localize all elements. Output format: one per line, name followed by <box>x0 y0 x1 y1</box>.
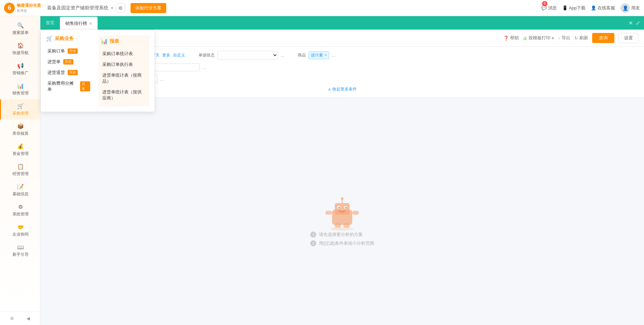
sidebar-item-purchase[interactable]: 🛒 采购管理 <box>0 99 40 120</box>
return-badge: 历史 <box>68 70 78 75</box>
logo-icon: 6 <box>4 3 15 13</box>
query-button[interactable]: 查询 <box>592 33 614 43</box>
return-label: 进货退货 <box>47 70 65 76</box>
svg-point-3 <box>341 197 344 200</box>
sidebar-item-system[interactable]: ⚙ 系统管理 <box>0 200 40 220</box>
sidebar-item-sales[interactable]: 📊 销售管理 <box>0 79 40 99</box>
sidebar-item-finance[interactable]: 💰 资金管理 <box>0 140 40 160</box>
sidebar-label-search: 搜索菜单 <box>12 30 29 36</box>
sidebar-item-inventory[interactable]: 📦 库存核算 <box>0 120 40 140</box>
tab-close-icon[interactable]: ✕ <box>89 22 92 26</box>
purchase-order-badge: 历史 <box>68 48 78 54</box>
sidebar-label-system: 系统管理 <box>12 211 29 217</box>
purchase-order-label: 采购订单 <box>47 48 65 54</box>
inbound-stats-product-label: 进货单统计表（按商品） <box>102 72 145 84</box>
sidebar-label-guide: 新手引导 <box>12 252 29 257</box>
top-header: 6 畅捷通好生意 标准版 装备及固定资产辅助管理系统 ▾ ⚙ 体验行业方案 💬 … <box>0 0 644 16</box>
tab-close-all-btn[interactable]: ✕ <box>629 20 633 26</box>
salesperson-dots[interactable]: ... <box>203 65 206 70</box>
svg-rect-9 <box>352 211 359 215</box>
svg-point-12 <box>330 227 354 231</box>
logo-area: 6 畅捷通好生意 标准版 <box>4 3 44 13</box>
reports-col-icon: 📊 <box>101 38 108 44</box>
sidebar-item-search[interactable]: 🔍 搜索菜单 <box>0 19 40 39</box>
help-btn[interactable]: ❓ 帮助 <box>503 35 519 41</box>
svg-rect-1 <box>335 203 350 215</box>
menu-item-purchase-order[interactable]: 采购订单 历史 <box>46 46 92 56</box>
sidebar-settings-icon[interactable]: ⚙ <box>10 316 14 321</box>
online-service-item[interactable]: 👤 在线客服 <box>591 5 615 11</box>
sidebar-label-basic-info: 基础信息 <box>12 191 29 197</box>
menu-item-order-exec[interactable]: 采购订单执行表 <box>101 59 146 70</box>
sidebar-item-enterprise[interactable]: 🤝 企业协同 <box>0 220 40 241</box>
finance-icon: 💰 <box>17 143 24 150</box>
app-download-item[interactable]: 📱 App下载 <box>562 5 585 11</box>
guide-icon: 📖 <box>17 244 24 250</box>
hint-text-2: 用[过滤]条件来缩小分析范围 <box>319 240 374 246</box>
svg-point-7 <box>345 207 347 208</box>
menu-item-return[interactable]: 进货退货 历史 <box>46 67 92 78</box>
collapse-btn[interactable]: ∧ 收起更多条件 <box>328 86 357 92</box>
status-label: 单据状态 <box>199 52 215 58</box>
date-custom[interactable]: 自定义 <box>173 52 185 58</box>
sidebar-item-quick-nav[interactable]: 🏠 快捷导航 <box>0 39 40 59</box>
svg-rect-11 <box>344 223 350 228</box>
tab-actions: ✕ ⤢ <box>629 20 644 26</box>
inbound-label: 进货单 <box>47 59 61 65</box>
expense-badge: 历史 <box>80 81 90 91</box>
tab-home[interactable]: 首页 <box>40 16 60 30</box>
product-tag-close[interactable]: × <box>324 53 327 57</box>
purchase-dropdown-menu: 🛒 采购业务 采购订单 历史 进货单 历史 进货退货 历史 采购费用分摊单 历史… <box>40 30 155 112</box>
sidebar-collapse-icon[interactable]: ◀ <box>27 316 30 321</box>
date-more[interactable]: 更多 <box>162 52 170 58</box>
filter-product: 商品 设计素 × ... <box>298 51 335 59</box>
robot-illustration <box>322 191 362 232</box>
sidebar-item-guide[interactable]: 📖 新手引导 <box>0 241 40 261</box>
customer-dots[interactable]: ... <box>160 77 164 82</box>
menu-item-expense[interactable]: 采购费用分摊单 历史 <box>46 78 92 95</box>
hint-row-2: 2 用[过滤]条件来缩小分析范围 <box>310 240 374 246</box>
refresh-btn[interactable]: ↻ 刷新 <box>574 35 588 41</box>
purchase-col-icon: 🛒 <box>46 35 53 42</box>
menu-col-reports: 📊 报表 采购订单统计表 采购订单执行表 进货单统计表（按商品） 进货单统计表（… <box>98 35 149 106</box>
gear-button[interactable]: ⚙ <box>116 3 125 13</box>
inventory-icon: 📦 <box>17 123 24 129</box>
status-select[interactable] <box>217 51 278 59</box>
title-dropdown-arrow[interactable]: ▾ <box>111 6 113 10</box>
menu-col-purchase: 🛒 采购业务 采购订单 历史 进货单 历史 进货退货 历史 采购费用分摊单 历史 <box>46 35 92 106</box>
menu-item-inbound-stats-supplier[interactable]: 进货单统计表（按供应商） <box>101 87 146 104</box>
status-dots[interactable]: ... <box>281 53 284 58</box>
message-icon-item[interactable]: 💬 消息 9 <box>541 5 557 11</box>
sidebar-label-enterprise: 企业协同 <box>12 232 29 237</box>
user-avatar: 👤 <box>620 3 630 13</box>
search-icon: 🔍 <box>17 22 24 29</box>
menu-item-order-stats[interactable]: 采购订单统计表 <box>101 48 146 59</box>
product-dots[interactable]: ... <box>332 53 335 58</box>
product-label: 商品 <box>298 52 306 58</box>
user-label: 用友 <box>631 5 640 11</box>
product-tag-text: 设计素 <box>311 52 323 58</box>
tab-expand-btn[interactable]: ⤢ <box>636 20 640 26</box>
tab-sales-rank[interactable]: 销售排行榜 ✕ <box>60 17 98 30</box>
sidebar-item-basic-info[interactable]: 📝 基础信息 <box>0 180 40 200</box>
collapse-label: 收起更多条件 <box>332 86 357 92</box>
phone-icon: 📱 <box>562 5 568 10</box>
export-btn[interactable]: ↑ 导出 <box>558 35 571 41</box>
sidebar-item-operations[interactable]: 📋 经营管理 <box>0 160 40 180</box>
print-btn[interactable]: 🖨 按模板打印 ▾ <box>523 35 554 41</box>
empty-state: 1 请先选择要分析的方案 2 用[过滤]条件来缩小分析范围 <box>40 98 644 325</box>
svg-point-6 <box>338 207 340 208</box>
sidebar-label-marketing: 营销推广 <box>12 70 29 76</box>
menu-item-inbound[interactable]: 进货单 历史 <box>46 56 92 67</box>
menu-item-inbound-stats-product[interactable]: 进货单统计表（按商品） <box>101 70 146 87</box>
user-item[interactable]: 👤 用友 <box>620 3 640 13</box>
inbound-stats-supplier-label: 进货单统计表（按供应商） <box>102 89 145 101</box>
print-dropdown-icon[interactable]: ▾ <box>552 36 554 41</box>
order-stats-label: 采购订单统计表 <box>102 51 133 57</box>
sidebar-item-marketing[interactable]: 📢 营销推广 <box>0 59 40 79</box>
industry-btn[interactable]: 体验行业方案 <box>131 3 166 13</box>
svg-rect-8 <box>325 211 332 215</box>
settings-button[interactable]: 设置 <box>618 33 639 43</box>
system-icon: ⚙ <box>18 204 23 210</box>
filter-status: 单据状态 ... <box>199 51 284 59</box>
